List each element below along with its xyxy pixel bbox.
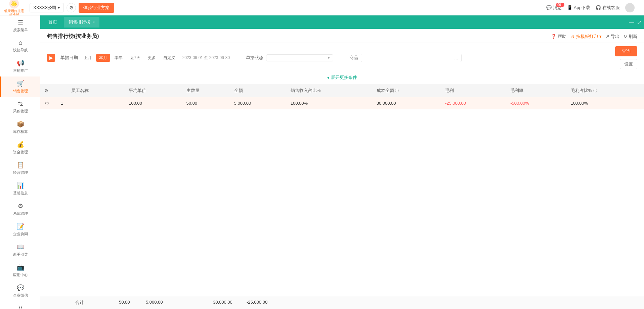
sidebar-icon-purchase: 🛍 [17,100,24,107]
logo: 🌟 畅康通好生意 标准版 [4,0,24,17]
row-name-0 [67,97,125,109]
tab-close-icon[interactable]: × [92,20,95,24]
footer-sales-pct [169,300,209,306]
export-icon: ↗ [606,34,609,39]
footer-total-label: 合计 [71,300,88,306]
footer-gross: -25,000.00 [243,300,276,306]
page-title: 销售排行榜(按业务员) [47,33,99,40]
tab-minimize-button[interactable]: — [629,19,634,25]
footer-amount: 5,000.00 [142,300,169,306]
sidebar-label-collab: 企业协同 [13,231,28,237]
trial-button[interactable]: 体验行业方案 [79,3,114,13]
sidebar-label-system: 系统管理 [13,211,28,216]
sidebar-item-finance[interactable]: 💰资金管理 [0,138,40,158]
app-download-button[interactable]: 📱 App下载 [567,5,590,11]
online-service-button[interactable]: 🎧 在线客服 [596,5,620,11]
col-header-avg-price: 平均单价 [125,84,182,97]
footer-avg-price [88,300,115,306]
refresh-label: 刷新 [629,34,637,40]
col-header-gross-rate: 毛利率 [506,84,567,97]
sidebar-item-search[interactable]: ☰搜索菜单 [0,15,40,36]
print-label: 按模板打印 [576,34,598,40]
tab-expand-button[interactable]: ⤢ [637,19,641,25]
settings-button[interactable]: ⚙ [67,3,76,12]
date-tab-last-month[interactable]: 上月 [81,54,95,62]
sidebar-item-guide[interactable]: 📖新手引导 [0,240,40,260]
data-table: ⚙ 员工名称 平均单价 主数量 全额 销售收入占比% 成本全额 ⓘ 毛利 毛利率… [40,84,644,109]
col-header-main-qty: 主数量 [182,84,230,97]
tab-bar: 首页 销售排行榜 × — ⤢ [40,15,644,29]
sidebar-item-purchase[interactable]: 🛍采购管理 [0,97,40,117]
status-filter: 单据状态 ▾ [246,54,333,61]
query-button[interactable]: 查询 [615,46,637,56]
expand-more-button[interactable]: ▾ 展开更多条件 [327,74,357,81]
tab-home[interactable]: 首页 [43,15,62,29]
col-header-gross: 毛利 [441,84,506,97]
footer-main-qty: 50.00 [115,300,142,306]
sidebar-icon-finance: 💰 [17,141,24,148]
col-header-cost-amount: 成本全额 ⓘ [373,84,441,97]
date-tab-custom[interactable]: 自定义 [160,54,178,62]
sidebar-item-system[interactable]: ⚙系统管理 [0,199,40,219]
sidebar-label-guide: 新手引导 [13,252,28,257]
sidebar-item-wechat[interactable]: 💬企业微信 [0,281,40,301]
sidebar-item-apps[interactable]: 📺应用中心 [0,260,40,281]
goods-filter: 商品 ... [349,54,462,62]
date-tab-more[interactable]: 更多 [145,54,159,62]
sidebar-icon-business: 📋 [17,161,24,169]
sidebar-icon-member: V [18,305,23,309]
goods-input[interactable]: ... [361,54,462,62]
date-tabs: 上月 本月 本年 近7天 更多 自定义 [81,54,178,62]
footer-gross-pct [310,300,343,306]
row-gear-0[interactable]: ⚙ [40,97,54,109]
refresh-button[interactable]: ↻ 刷新 [624,34,637,40]
filter-collapse-btn[interactable]: ▶ [47,54,55,62]
sidebar-icon-apps: 📺 [17,264,24,271]
col-header-amount: 全额 [230,84,287,97]
tab-sales-ranking[interactable]: 销售排行榜 × [64,17,99,28]
sidebar-item-sales[interactable]: 🛒销售管理 [0,76,40,97]
gross-pct-info-icon[interactable]: ⓘ [593,89,597,93]
col-header-gear[interactable]: ⚙ [40,84,54,97]
row-avg-price-0: 100.00 [125,97,182,109]
sidebar-icon-nav: ⌂ [19,39,23,46]
sidebar-icon-system: ⚙ [18,202,23,210]
print-dropdown-icon: ▾ [599,34,602,39]
date-tab-this-year[interactable]: 本年 [112,54,126,62]
cost-info-icon[interactable]: ⓘ [395,89,399,93]
phone-icon: 📱 [567,5,572,10]
message-button[interactable]: 💬 消息 99+ [546,5,562,11]
status-label: 单据状态 [246,55,263,61]
sidebar-item-business[interactable]: 📋经营管理 [0,158,40,178]
export-button[interactable]: ↗ 导出 [606,34,619,40]
help-icon: ❓ [551,34,556,39]
sidebar-label-finance: 资金管理 [13,150,28,155]
footer-cost-amount: 30,000.00 [209,300,243,306]
logo-main-text: 畅康通好生意 [4,9,24,13]
sidebar-label-basic: 基础信息 [13,191,28,196]
date-tab-7days[interactable]: 近7天 [127,54,143,62]
sidebar-icon-sales: 🛒 [17,80,24,87]
headset-icon: 🎧 [596,5,601,10]
sidebar-item-collab[interactable]: 📝企业协同 [0,219,40,240]
sidebar-item-nav[interactable]: ⌂快捷导航 [0,36,40,56]
sidebar-item-stock[interactable]: 📦库存核算 [0,117,40,138]
user-avatar[interactable] [625,3,635,12]
message-icon: 💬 [546,5,552,10]
print-button[interactable]: 🖨 按模板打印 ▾ [570,34,602,40]
svg-text:🌟: 🌟 [11,0,17,6]
company-selector[interactable]: XXXXX公司 ▾ [30,3,64,12]
sidebar-icon-stock: 📦 [17,120,24,128]
sidebar-item-basic[interactable]: 📊基础信息 [0,178,40,199]
sidebar-icon-guide: 📖 [17,243,24,251]
sidebar-item-member[interactable]: V畅会员 [0,301,40,309]
row-gross-0: -25,000.00 [441,97,506,109]
filter-setting-button[interactable]: 设置 [620,59,637,69]
date-tab-this-month[interactable]: 本月 [96,54,110,62]
goods-more-icon[interactable]: ... [454,55,458,60]
help-button[interactable]: ❓ 帮助 [551,34,566,40]
status-select[interactable]: ▾ [266,54,333,61]
row-main-qty-0: 50.00 [182,97,230,109]
sidebar-item-marketing[interactable]: 📢营销推广 [0,56,40,76]
sidebar-icon-basic: 📊 [17,182,24,189]
